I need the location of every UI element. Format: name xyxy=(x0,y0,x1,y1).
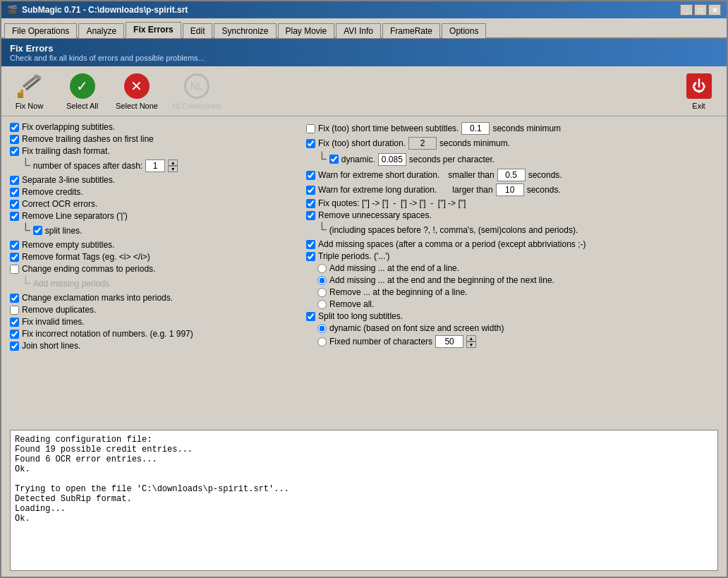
including-spaces-label: (including spaces before ?, !, comma's, … xyxy=(329,225,578,235)
fix-short-duration-checkbox[interactable] xyxy=(306,139,315,148)
split-lines-row: └ split lines. xyxy=(21,223,306,238)
triple-periods-checkbox[interactable] xyxy=(306,252,315,261)
tab-fix-errors[interactable]: Fix Errors xyxy=(126,22,181,38)
exit-label: Exit xyxy=(692,102,705,110)
warn-short-checkbox[interactable] xyxy=(306,171,315,180)
select-none-label: Select None xyxy=(116,102,158,110)
warn-short-label: Warn for extreme short duration. xyxy=(318,170,439,180)
tab-avi-info[interactable]: AVI Info xyxy=(336,23,381,38)
select-none-button[interactable]: ✕ Select None xyxy=(116,72,158,110)
remove-spaces-checkbox[interactable] xyxy=(306,211,315,220)
select-none-icon: ✕ xyxy=(123,72,151,100)
short-time-value[interactable] xyxy=(461,122,490,135)
app-icon: 🎬 xyxy=(7,5,18,15)
remove-format-tags-checkbox[interactable] xyxy=(10,253,19,262)
check-remove-credits: Remove credits. xyxy=(10,187,306,197)
lbrace-icon: └ xyxy=(21,158,30,173)
radio-add-missing-both-input[interactable] xyxy=(317,276,327,285)
fixed-chars-spin-down[interactable]: ▼ xyxy=(466,342,476,348)
remove-credits-checkbox[interactable] xyxy=(10,188,19,197)
join-short-lines-checkbox[interactable] xyxy=(10,342,19,351)
tab-edit[interactable]: Edit xyxy=(183,23,213,38)
warn-long-checkbox[interactable] xyxy=(306,186,315,195)
fix-incorrect-notation-checkbox[interactable] xyxy=(10,330,19,339)
check-remove-empty: Remove empty subtitles. xyxy=(10,240,306,250)
tab-play-movie[interactable]: Play Movie xyxy=(278,23,335,38)
dynamic-unit: seconds per character. xyxy=(409,155,495,164)
change-ending-commas-checkbox[interactable] xyxy=(10,265,19,274)
fix-invalid-times-checkbox[interactable] xyxy=(10,318,19,327)
check-fix-short-time: Fix (too) short time between subtitles. … xyxy=(306,122,718,135)
exit-button[interactable]: ⏻ Exit xyxy=(679,72,718,110)
radio-add-missing-end-input[interactable] xyxy=(317,264,327,273)
tab-file-operations[interactable]: File Operations xyxy=(4,23,77,38)
nl-credentials-button[interactable]: NL NLCredentials xyxy=(172,72,222,110)
radio-fixed-chars-input[interactable] xyxy=(317,337,327,347)
section-header: Fix Errors Check and fix all kinds of er… xyxy=(1,39,727,66)
tab-analyze[interactable]: Analyze xyxy=(78,23,124,38)
fix-quotes-checkbox[interactable] xyxy=(306,199,315,208)
close-button[interactable]: ✕ xyxy=(708,4,721,16)
spaces-after-dash-input[interactable] xyxy=(145,159,165,172)
fix-overlap-checkbox[interactable] xyxy=(10,123,19,132)
tab-synchronize[interactable]: Synchronize xyxy=(214,23,276,38)
split-too-long-checkbox[interactable] xyxy=(306,312,315,321)
fix-quotes-label: Fix quotes: ["] -> ['] - ['] -> ['] - ["… xyxy=(318,198,466,208)
tabs-bar: File Operations Analyze Fix Errors Edit … xyxy=(1,18,727,39)
check-remove-format-tags: Remove format Tags (eg. <i> </i>) xyxy=(10,252,306,262)
separate-3line-checkbox[interactable] xyxy=(10,176,19,185)
warn-short-value[interactable] xyxy=(497,169,526,181)
fix-trailing-dash-checkbox[interactable] xyxy=(10,147,19,156)
radio-dynamic-font-input[interactable] xyxy=(317,324,327,333)
toolbar: Fix Now ✓ Select All ✕ Select None NL NL… xyxy=(1,66,727,116)
dynamic-value[interactable] xyxy=(378,153,406,166)
spaces-spin-up[interactable]: ▲ xyxy=(168,159,178,166)
maximize-button[interactable]: □ xyxy=(694,4,707,16)
check-triple-periods: Triple periods. ('...') xyxy=(306,251,718,261)
short-duration-unit: seconds minimum. xyxy=(439,138,510,148)
radio-remove-beginning-input[interactable] xyxy=(317,288,327,297)
dynamic-checkbox[interactable] xyxy=(329,155,339,164)
fix-now-button[interactable]: Fix Now xyxy=(10,72,49,110)
select-all-button[interactable]: ✓ Select All xyxy=(63,72,102,110)
split-too-long-label: Split too long subtitles. xyxy=(318,311,403,321)
fixed-chars-value[interactable] xyxy=(435,335,463,348)
change-exclamation-checkbox[interactable] xyxy=(10,294,19,303)
warn-long-value[interactable] xyxy=(496,183,524,196)
minimize-button[interactable]: _ xyxy=(680,4,693,16)
remove-trailing-checkbox[interactable] xyxy=(10,135,19,144)
check-remove-trailing: Remove trailing dashes on first line xyxy=(10,134,306,144)
fix-short-time-label: Fix (too) short time between subtitles. xyxy=(318,124,459,133)
split-lines-checkbox[interactable] xyxy=(33,226,42,235)
check-fix-quotes: Fix quotes: ["] -> ['] - ['] -> ['] - ["… xyxy=(306,198,718,208)
spaces-spin-down[interactable]: ▼ xyxy=(168,166,178,172)
triple-periods-label: Triple periods. ('...') xyxy=(318,251,390,261)
check-warn-long: Warn for extreme long duration. larger t… xyxy=(306,183,718,196)
remove-empty-checkbox[interactable] xyxy=(10,241,19,250)
fix-short-time-checkbox[interactable] xyxy=(306,124,315,133)
add-missing-spaces-label: Add missing spaces (after a comma or a p… xyxy=(318,239,586,249)
nl-credentials-label: NLCredentials xyxy=(172,102,222,110)
check-remove-spaces: Remove unnecessary spaces. xyxy=(306,210,718,220)
fix-trailing-dash-label: Fix trailing dash format. xyxy=(22,146,110,156)
add-missing-spaces-checkbox[interactable] xyxy=(306,240,315,249)
short-duration-value[interactable] xyxy=(408,137,437,150)
remove-spaces-label: Remove unnecessary spaces. xyxy=(318,210,432,220)
remove-duplicates-checkbox[interactable] xyxy=(10,306,19,315)
remove-line-sep-checkbox[interactable] xyxy=(10,212,19,221)
fix-invalid-times-label: Fix invalid times. xyxy=(22,317,85,327)
short-time-unit: seconds minimum xyxy=(492,124,561,133)
radio-remove-all-input[interactable] xyxy=(317,300,327,309)
checkboxes-area: Fix overlapping subtitles. Remove traili… xyxy=(1,116,727,427)
fix-short-duration-label: Fix (too) short duration. xyxy=(318,138,406,148)
title-bar: 🎬 SubMagic 0.71 - C:\downloads\p-spirit.… xyxy=(1,1,727,18)
tab-framerate[interactable]: FrameRate xyxy=(382,23,440,38)
tab-options[interactable]: Options xyxy=(442,23,486,38)
correct-ocr-checkbox[interactable] xyxy=(10,200,19,209)
radio-add-missing-end: Add missing ... at the end of a line. xyxy=(317,263,718,273)
radio-dynamic-font: dynamic (based on font size and screen w… xyxy=(317,323,718,333)
warn-short-unit: seconds. xyxy=(528,170,562,180)
fixed-chars-spin-up[interactable]: ▲ xyxy=(466,335,476,342)
split-lbrace: └ xyxy=(21,223,30,238)
remove-empty-label: Remove empty subtitles. xyxy=(22,240,114,250)
